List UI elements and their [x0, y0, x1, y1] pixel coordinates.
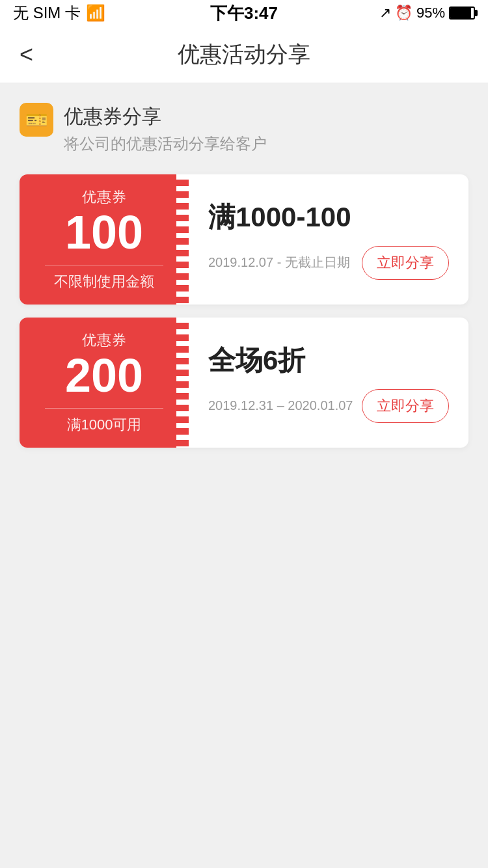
carrier-label: 无 SIM 卡: [13, 3, 81, 23]
coupon-right-2: 全场6折 2019.12.31 – 2020.01.07 立即分享: [189, 318, 468, 448]
coupon-name-1: 满1000-100: [208, 199, 449, 236]
coupon-condition-1: 不限制使用金额: [54, 272, 154, 292]
coupon-card-2: 优惠券 200 满1000可用 全场6折 2019.12.31 – 2020.0…: [20, 318, 468, 448]
coupon-date-2: 2019.12.31 – 2020.01.07: [208, 398, 355, 413]
battery-icon: [449, 7, 475, 20]
coupon-condition-2: 满1000可用: [67, 415, 142, 435]
section-title: 优惠券分享: [64, 103, 267, 130]
coupon-label-2: 优惠券: [82, 331, 127, 350]
coupon-right-1: 满1000-100 2019.12.07 - 无截止日期 立即分享: [189, 174, 468, 305]
status-left: 无 SIM 卡 📶: [13, 3, 105, 23]
coupon-amount-1: 100: [65, 207, 143, 258]
coupon-emoji-icon: 🎫: [25, 109, 48, 131]
nav-bar: < 优惠活动分享: [0, 26, 488, 83]
coupon-name-2: 全场6折: [208, 342, 449, 379]
status-right: ↗ ⏰ 95%: [379, 5, 475, 21]
page-title: 优惠活动分享: [178, 40, 310, 70]
coupon-amount-2: 200: [65, 350, 143, 401]
battery-percent: 95%: [416, 5, 445, 21]
status-time: 下午3:47: [210, 2, 278, 25]
coupon-label-1: 优惠券: [82, 187, 127, 207]
share-button-2[interactable]: 立即分享: [362, 389, 449, 423]
status-bar: 无 SIM 卡 📶 下午3:47 ↗ ⏰ 95%: [0, 0, 488, 26]
coupon-left-1: 优惠券 100 不限制使用金额: [20, 174, 189, 305]
coupon-left-2: 优惠券 200 满1000可用: [20, 318, 189, 448]
back-button[interactable]: <: [20, 41, 33, 68]
location-icon: ↗: [379, 5, 391, 21]
share-button-1[interactable]: 立即分享: [362, 246, 449, 280]
section-icon: 🎫: [20, 103, 53, 137]
wifi-icon: 📶: [86, 4, 105, 22]
coupon-divider-1: [45, 265, 163, 265]
section-subtitle: 将公司的优惠活动分享给客户: [64, 133, 267, 155]
coupon-date-1: 2019.12.07 - 无截止日期: [208, 254, 355, 271]
section-header: 🎫 优惠券分享 将公司的优惠活动分享给客户: [0, 83, 488, 168]
coupon-bottom-1: 2019.12.07 - 无截止日期 立即分享: [208, 246, 449, 280]
coupon-list: 优惠券 100 不限制使用金额 满1000-100 2019.12.07 - 无…: [0, 168, 488, 474]
section-text: 优惠券分享 将公司的优惠活动分享给客户: [64, 103, 267, 155]
coupon-card-1: 优惠券 100 不限制使用金额 满1000-100 2019.12.07 - 无…: [20, 174, 468, 305]
empty-area: [0, 474, 488, 799]
coupon-divider-2: [45, 408, 163, 409]
alarm-icon: ⏰: [395, 5, 413, 21]
coupon-bottom-2: 2019.12.31 – 2020.01.07 立即分享: [208, 389, 449, 423]
